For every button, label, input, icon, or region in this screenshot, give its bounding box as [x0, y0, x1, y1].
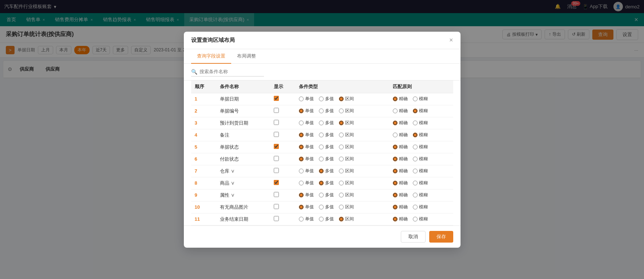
- col-match: 匹配原则: [389, 80, 453, 82]
- search-icon: 🔍: [191, 69, 197, 75]
- modal-search-area: 🔍: [184, 64, 461, 80]
- modal-title: 设置查询区域布局: [191, 37, 235, 44]
- modal-tab-query-fields[interactable]: 查询字段设置: [191, 49, 231, 64]
- col-type: 条件类型: [295, 80, 389, 82]
- col-name: 条件名称: [216, 80, 270, 82]
- settings-modal: 设置查询区域布局 × 查询字段设置 布局调整 🔍 顺序 条件名称 显示: [184, 32, 461, 82]
- modal-tab-layout[interactable]: 布局调整: [231, 49, 262, 64]
- modal-close-button[interactable]: ×: [449, 37, 453, 43]
- modal-table: 顺序 条件名称 显示 条件类型 匹配原则 1单据日期单值多值区间精确模糊2单据编…: [184, 80, 461, 82]
- col-display: 显示: [270, 80, 295, 82]
- modal-tabs: 查询字段设置 布局调整: [184, 49, 461, 64]
- modal-header: 设置查询区域布局 ×: [184, 32, 461, 49]
- col-order: 顺序: [191, 80, 216, 82]
- modal-overlay[interactable]: 设置查询区域布局 × 查询字段设置 布局调整 🔍 顺序 条件名称 显示: [0, 0, 644, 81]
- search-input[interactable]: [199, 69, 258, 74]
